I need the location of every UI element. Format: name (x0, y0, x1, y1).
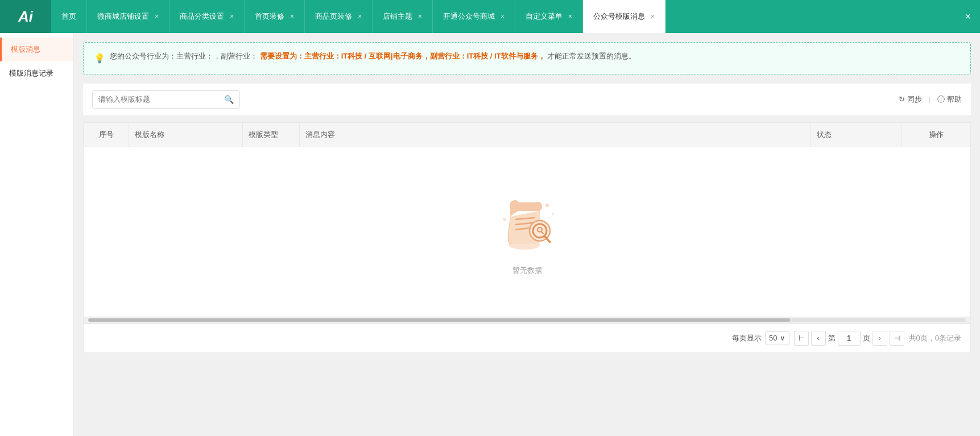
chevron-down-icon: ∨ (780, 334, 785, 342)
pagination: 每页显示 50 ∨ ⊢ ‹ 第 页 › ⊣ 共0页，0条记录 (83, 324, 971, 353)
tab-custom-menu-label: 自定义菜单 (526, 11, 563, 22)
sidebar-item-template-msg-record[interactable]: 模版消息记录 (0, 61, 73, 85)
sync-button[interactable]: ↻ 同步 (899, 94, 922, 105)
sidebar: 模版消息 模版消息记录 (0, 33, 74, 436)
tab-open-mall-label: 开通公众号商城 (443, 11, 495, 22)
th-content: 消息内容 (300, 123, 811, 147)
notice-prefix: 您的公众号行业为：主营行业：，副营行业： (110, 52, 258, 60)
bulb-icon: 💡 (94, 51, 105, 66)
help-button[interactable]: ⓘ 帮助 (937, 94, 962, 105)
app-logo: Ai (0, 0, 51, 33)
th-index: 序号 (84, 123, 129, 147)
page-size-select: 每页显示 50 ∨ (732, 331, 789, 344)
page-label-prefix: 第 (828, 333, 836, 343)
nav-tabs: 首页 微商城店铺设置 × 商品分类设置 × 首页装修 × 商品页装修 × 店铺主… (51, 0, 956, 33)
scrollbar-track (88, 318, 966, 322)
tab-template-msg-close[interactable]: × (651, 13, 655, 20)
search-icon[interactable]: 🔍 (224, 95, 234, 104)
tab-category-close[interactable]: × (230, 13, 234, 20)
top-nav: Ai 首页 微商城店铺设置 × 商品分类设置 × 首页装修 × 商品页装修 × … (0, 0, 980, 33)
table-container: 序号 模版名称 模版类型 消息内容 状态 操作 (83, 122, 971, 353)
tab-shop-settings-label: 微商城店铺设置 (97, 11, 149, 22)
main-layout: 模版消息 模版消息记录 💡 您的公众号行业为：主营行业：，副营行业： 需要设置为… (0, 33, 980, 436)
tab-custom-menu[interactable]: 自定义菜单 × (515, 0, 583, 33)
horizontal-scrollbar[interactable] (83, 317, 971, 324)
tab-home-decor-label: 首页装修 (255, 11, 284, 22)
search-bar: 🔍 ↻ 同步 | ⓘ 帮助 (83, 84, 971, 115)
tab-shop-theme[interactable]: 店铺主题 × (373, 0, 433, 33)
th-action: 操作 (902, 123, 970, 147)
sidebar-item-template-msg-record-label: 模版消息记录 (9, 69, 53, 77)
table-body-empty: 暂无数据 (83, 147, 971, 317)
tab-shop-settings[interactable]: 微商城店铺设置 × (87, 0, 169, 33)
notice-suffix: 才能正常发送预置的消息。 (547, 52, 636, 60)
page-size-dropdown[interactable]: 50 ∨ (765, 331, 789, 344)
tab-home-label: 首页 (61, 11, 76, 22)
tab-home[interactable]: 首页 (51, 0, 87, 33)
help-icon: ⓘ (937, 94, 945, 105)
last-page-button[interactable]: ⊣ (890, 331, 904, 346)
search-input[interactable] (98, 95, 224, 103)
svg-point-9 (545, 204, 549, 207)
svg-point-10 (552, 213, 554, 215)
page-total: 共0页，0条记录 (909, 333, 961, 343)
tab-open-mall[interactable]: 开通公众号商城 × (433, 0, 515, 33)
search-input-wrap[interactable]: 🔍 (92, 90, 240, 109)
tab-custom-menu-close[interactable]: × (568, 13, 572, 20)
notice-text: 您的公众号行业为：主营行业：，副营行业： 需要设置为：主营行业：IT科技 / 互… (110, 51, 636, 63)
tab-shop-theme-close[interactable]: × (418, 13, 422, 20)
page-size-value: 50 (769, 334, 777, 342)
tab-shop-settings-close[interactable]: × (155, 13, 159, 20)
tab-home-decor-close[interactable]: × (290, 13, 294, 20)
tab-shop-theme-label: 店铺主题 (383, 11, 412, 22)
prev-page-button[interactable]: ‹ (811, 331, 826, 346)
sidebar-item-template-msg[interactable]: 模版消息 (0, 38, 73, 61)
tab-product-decor[interactable]: 商品页装修 × (305, 0, 373, 33)
sidebar-item-template-msg-label: 模版消息 (11, 45, 40, 53)
th-type: 模版类型 (243, 123, 300, 147)
svg-point-11 (503, 218, 506, 221)
content-area: 💡 您的公众号行业为：主营行业：，副营行业： 需要设置为：主营行业：IT科技 /… (74, 33, 980, 436)
next-page-button[interactable]: › (873, 331, 887, 346)
close-all-button[interactable]: × (956, 11, 980, 23)
tab-category[interactable]: 商品分类设置 × (169, 0, 245, 33)
notice-box: 💡 您的公众号行业为：主营行业：，副营行业： 需要设置为：主营行业：IT科技 /… (83, 42, 971, 74)
tab-product-decor-close[interactable]: × (358, 13, 362, 20)
table-header: 序号 模版名称 模版类型 消息内容 状态 操作 (83, 122, 971, 147)
page-size-label: 每页显示 (732, 333, 762, 343)
tab-open-mall-close[interactable]: × (501, 13, 505, 20)
th-status: 状态 (811, 123, 902, 147)
notice-highlight: 需要设置为：主营行业：IT科技 / 互联网|电子商务，副营行业：IT科技 / I… (260, 52, 545, 60)
empty-text: 暂无数据 (512, 265, 542, 276)
tab-template-msg-label: 公众号模版消息 (593, 11, 645, 22)
sync-label: 同步 (907, 94, 922, 105)
help-label: 帮助 (947, 94, 962, 105)
empty-state-icon (493, 188, 561, 256)
th-name: 模版名称 (129, 123, 243, 147)
search-actions: ↻ 同步 | ⓘ 帮助 (899, 94, 962, 105)
page-navigation: ⊢ ‹ 第 页 › ⊣ (794, 331, 904, 346)
current-page-input[interactable] (838, 331, 861, 346)
scrollbar-thumb[interactable] (88, 318, 790, 322)
tab-template-msg[interactable]: 公众号模版消息 × (583, 0, 665, 33)
page-label-suffix: 页 (863, 333, 870, 343)
sync-icon: ↻ (899, 95, 905, 103)
tab-home-decor[interactable]: 首页装修 × (245, 0, 305, 33)
tab-product-decor-label: 商品页装修 (315, 11, 352, 22)
divider: | (929, 95, 931, 103)
first-page-button[interactable]: ⊢ (794, 331, 809, 346)
tab-category-label: 商品分类设置 (180, 11, 224, 22)
